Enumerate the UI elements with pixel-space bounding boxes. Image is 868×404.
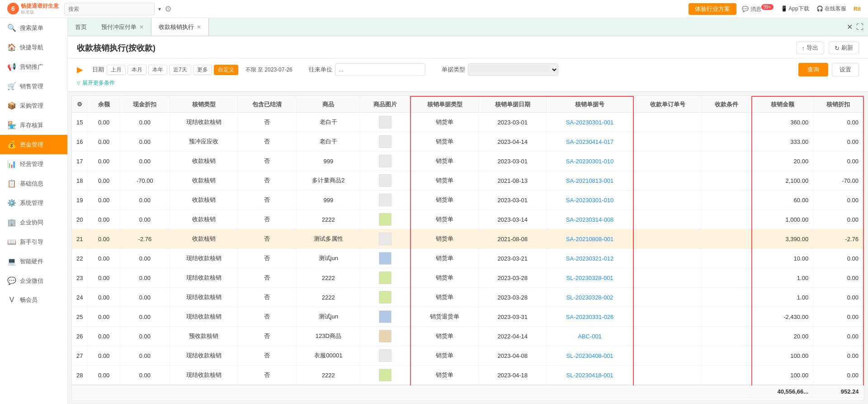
cell-include-settled: 否 (238, 210, 297, 229)
date-this-month[interactable]: 本月 (127, 65, 146, 75)
goods-img (379, 194, 392, 206)
cell-balance: 0.00 (88, 190, 120, 210)
sidebar-item-hardware[interactable]: 💻智能硬件 (0, 252, 67, 271)
hs-bill-no-link[interactable]: SL-20230408-001 (566, 352, 613, 359)
tab-home[interactable]: 首页 (68, 18, 94, 36)
cell-balance: 0.00 (88, 366, 120, 385)
settings-icon[interactable]: ⚙ (165, 4, 172, 14)
sidebar-item-wechat[interactable]: 💬企业微信 (0, 271, 67, 290)
cell-goods: 999 (297, 152, 360, 171)
sidebar-item-member[interactable]: V畅会员 (0, 290, 67, 309)
hs-bill-no-link[interactable]: ABC-001 (578, 333, 602, 340)
goods-img (379, 291, 392, 304)
sidebar-label-corp: 企业协同 (20, 219, 43, 227)
tab-fullscreen-icon[interactable]: ⛶ (856, 23, 863, 31)
tab-prepay-close[interactable]: ✕ (139, 24, 144, 30)
content-area: 首页 预付冲应付单 ✕ 收款核销执行 ✕ ✕ ⛶ 收款核销执行(按收款) ↑ (68, 18, 868, 404)
cell-receipt-order-no (633, 346, 702, 366)
export-btn[interactable]: ↑ 导出 (796, 42, 825, 54)
hs-bill-no-link[interactable]: SA-20230301-010 (566, 197, 614, 204)
sidebar-item-purchase[interactable]: 📦采购管理 (0, 96, 67, 115)
sidebar-item-search[interactable]: 🔍搜索菜单 (0, 18, 67, 38)
message-btn[interactable]: 💬 消息99+ (742, 5, 773, 13)
bill-type-select[interactable] (468, 63, 558, 76)
table-row: 26 0.00 0.00 预收款核销 否 123D商品 销货单 2022-04-… (72, 327, 863, 346)
sidebar-item-corp[interactable]: 🏢企业协同 (0, 213, 67, 232)
industry-btn[interactable]: 体验行业方案 (689, 3, 736, 15)
user-name[interactable]: Rit (854, 6, 861, 12)
query-btn[interactable]: 查询 (798, 63, 828, 76)
col-gear[interactable]: ⚙ (72, 96, 88, 113)
cell-no: 26 (72, 327, 88, 346)
sidebar-icon-marketing: 📢 (7, 62, 16, 71)
partner-filter: 往来单位 (309, 63, 425, 76)
hs-bill-no-link[interactable]: SA-20230301-010 (566, 158, 614, 165)
hs-bill-no-link[interactable]: SA-20230314-008 (566, 216, 614, 223)
cell-verify-type: 预冲应应收 (170, 132, 238, 152)
cell-verify-type: 现结收款核销 (170, 249, 238, 268)
sidebar-item-marketing[interactable]: 📢营销推广 (0, 57, 67, 76)
hs-bill-no-link[interactable]: SA-20230301-001 (566, 119, 614, 126)
cell-balance: 0.00 (88, 229, 120, 249)
sidebar-item-shortcut[interactable]: 🏠快捷导航 (0, 38, 67, 57)
date-this-year[interactable]: 本年 (148, 65, 167, 75)
hs-bill-no-link[interactable]: SA-20210808-001 (566, 236, 614, 242)
cell-hs-bill-type: 销货单 (410, 152, 479, 171)
hs-bill-no-link[interactable]: SL-20230328-002 (566, 294, 613, 301)
top-right-actions: 💬 消息99+ 📱 App下载 🎧 在线客服 Rit (742, 5, 861, 13)
cell-verify-type: 现结收款核销 (170, 113, 238, 132)
sidebar-item-guide[interactable]: 📖新手引导 (0, 232, 67, 252)
date-filter: 日期 上月 本月 本年 近7天 更多 自定义 (92, 65, 238, 75)
cell-include-settled: 否 (238, 346, 297, 366)
date-last-month[interactable]: 上月 (107, 65, 126, 75)
table-header-row: ⚙ 余额 现金折扣 核销类型 包含已结清 商品 商品图片 核销单据类型 核销单据… (72, 96, 863, 113)
online-service-btn[interactable]: 🎧 在线客服 (816, 5, 846, 13)
date-more[interactable]: 更多 (193, 65, 212, 75)
hs-bill-no-link[interactable]: SL-20230328-001 (566, 275, 613, 281)
app-download-btn[interactable]: 📱 App下载 (781, 5, 809, 13)
table-row: 16 0.00 0.00 预冲应应收 否 老白干 销货单 2023-04-14 … (72, 132, 863, 152)
goods-img (379, 330, 392, 342)
date-7-days[interactable]: 近7天 (169, 65, 191, 75)
cell-receipt-order-no (633, 366, 702, 385)
sidebar-item-inventory[interactable]: 🏪库存核算 (0, 115, 67, 135)
expand-more-btn[interactable]: ▽ 展开更多条件 (77, 79, 859, 87)
hs-bill-no-link[interactable]: SL-20230418-001 (566, 372, 613, 379)
cell-hs-bill-date: 2022-04-14 (479, 327, 547, 346)
dropdown-arrow[interactable]: ▾ (158, 6, 161, 12)
hs-bill-no-link[interactable]: SA-20230414-017 (566, 138, 614, 145)
sidebar-item-basic[interactable]: 📋基础信息 (0, 174, 67, 193)
tab-close-all-icon[interactable]: ✕ (847, 23, 853, 31)
hs-bill-no-link[interactable]: SA-20230321-012 (566, 255, 614, 262)
sidebar-item-business[interactable]: 📊经营管理 (0, 154, 67, 174)
col-receipt-condition: 收款条件 (702, 96, 752, 113)
cell-receipt-order-no (633, 327, 702, 346)
date-custom[interactable]: 自定义 (214, 65, 238, 75)
sidebar-item-sales[interactable]: 🛒销售管理 (0, 76, 67, 96)
tab-collection[interactable]: 收款核销执行 ✕ (151, 18, 209, 36)
tab-prepay[interactable]: 预付冲应付单 ✕ (94, 18, 151, 36)
sidebar-item-system[interactable]: ⚙️系统管理 (0, 193, 67, 213)
cell-receipt-order-no (633, 249, 702, 268)
search-input[interactable] (64, 3, 155, 15)
tab-collection-close[interactable]: ✕ (197, 24, 201, 30)
cell-balance: 0.00 (88, 113, 120, 132)
hs-bill-no-link[interactable]: SA-20230331-026 (566, 314, 614, 320)
message-badge: 99+ (761, 4, 774, 10)
bill-type-filter: 单据类型 (442, 63, 558, 76)
sidebar-icon-hardware: 💻 (7, 257, 16, 266)
cell-include-settled: 否 (238, 307, 297, 327)
refresh-btn[interactable]: ↻ 刷新 (829, 42, 859, 54)
filter-expand-icon[interactable]: ▶ (77, 65, 83, 75)
settings-btn[interactable]: 设置 (832, 63, 859, 76)
table-wrapper[interactable]: ⚙ 余额 现金折扣 核销类型 包含已结清 商品 商品图片 核销单据类型 核销单据… (71, 95, 864, 400)
partner-input[interactable] (335, 63, 425, 76)
cell-verify-type: 现结收款核销 (170, 288, 238, 307)
filter-row-1: ▶ 日期 上月 本月 本年 近7天 更多 自定义 (77, 63, 859, 76)
sidebar-item-finance[interactable]: 💰资金管理 (0, 135, 67, 154)
table-row: 28 0.00 0.00 现结收款核销 否 2222 销货单 2023-04-1… (72, 366, 863, 385)
cell-include-settled: 否 (238, 327, 297, 346)
hs-bill-no-link[interactable]: SA-20210813-001 (566, 177, 614, 184)
cell-hs-bill-date: 2023-03-31 (479, 307, 547, 327)
cell-receipt-order-no (633, 210, 702, 229)
